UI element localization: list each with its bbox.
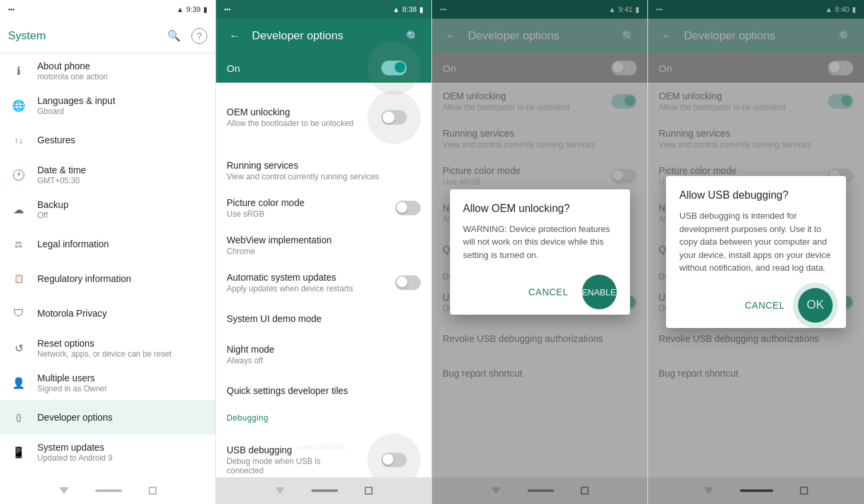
users-sub: Signed in as Owner xyxy=(37,384,205,393)
wifi-icon: ▲ xyxy=(177,5,184,13)
running-sub: View and control currently running servi… xyxy=(227,172,421,181)
qs-tiles-title: Quick settings developer tiles xyxy=(227,385,421,396)
updates-sub: Updated to Android 9 xyxy=(37,453,205,463)
appbar-title-system: System xyxy=(8,29,157,43)
on-toggle-middle[interactable] xyxy=(381,61,407,75)
home-nav-left[interactable] xyxy=(95,489,122,492)
datetime-sub: GMT+05:30 xyxy=(37,176,205,185)
sidebar-list: ℹ About phone motorola one action 🌐 Lang… xyxy=(0,53,215,477)
sidebar-item-privacy[interactable]: 🛡 Motorola Privacy xyxy=(0,296,215,331)
webview-item[interactable]: WebView implementation Chrome xyxy=(216,227,431,264)
sidebar-item-legal[interactable]: ⚖ Legal information xyxy=(0,227,215,261)
oem-dialog-actions: Cancel Enable xyxy=(463,272,617,309)
info-icon: ℹ xyxy=(11,63,27,79)
sidebar-item-gestures[interactable]: ↑↓ Gestures xyxy=(0,123,215,157)
sidebar-item-about[interactable]: ℹ About phone motorola one action xyxy=(0,53,215,88)
oem-enable-button[interactable]: Enable xyxy=(582,275,617,309)
oem-sub: Allow the bootloader to be unlocked xyxy=(227,119,359,128)
backup-title: Backup xyxy=(37,199,205,210)
languages-sub: Gboard xyxy=(37,107,205,116)
sidebar-item-reset[interactable]: ↺ Reset options Network, apps, or device… xyxy=(0,331,215,365)
usb-dialog-body: USB debugging is intended for developmen… xyxy=(679,209,833,275)
time-left: 9:39 xyxy=(187,5,201,13)
status-time-middle: ▲ 8:38 ▮ xyxy=(393,5,423,14)
usb-title: USB debugging xyxy=(227,445,359,455)
usb-dialog-panel: ▪▪▪ ▲ 8:40 ▮ ← Developer options 🔍 On OE… xyxy=(648,0,864,504)
picture-color-toggle[interactable] xyxy=(395,201,421,215)
usb-cancel-button[interactable]: Cancel xyxy=(737,288,793,323)
oem-toggle-thumb xyxy=(383,111,395,123)
sidebar-item-regulatory[interactable]: 📋 Regulatory information xyxy=(0,261,215,296)
backup-sub: Off xyxy=(37,211,205,220)
usb-sub: Debug mode when USB is connected xyxy=(227,457,359,475)
reset-title: Reset options xyxy=(37,338,205,349)
datetime-icon: 🕐 xyxy=(11,167,27,183)
users-title: Multiple users xyxy=(37,373,205,383)
notif-icons-middle: ▪▪▪ xyxy=(224,6,231,13)
reset-sub: Network, apps, or device can be reset xyxy=(37,349,205,359)
qs-tiles-item[interactable]: Quick settings developer tiles xyxy=(216,373,431,408)
about-sub: motorola one action xyxy=(37,72,205,81)
usb-toggle[interactable] xyxy=(381,453,407,467)
on-toggle-container xyxy=(367,41,421,95)
developer-title: Developer options xyxy=(37,412,205,423)
night-mode-title: Night mode xyxy=(227,344,421,355)
oem-unlocking-item[interactable]: OEM unlocking Allow the bootloader to be… xyxy=(216,83,431,152)
usb-debugging-item[interactable]: USB debugging Debug mode when USB is con… xyxy=(216,425,431,477)
home-nav-middle[interactable] xyxy=(311,489,338,492)
night-mode-item[interactable]: Night mode Always off xyxy=(216,336,431,373)
picture-color-item[interactable]: Picture color mode Use sRGB xyxy=(216,189,431,227)
updates-icon: 📱 xyxy=(11,444,27,460)
gestures-icon: ↑↓ xyxy=(11,132,27,148)
webview-title: WebView implementation xyxy=(227,235,421,245)
nav-bar-left xyxy=(0,477,215,504)
toggle-thumb-middle xyxy=(395,62,405,73)
regulatory-title: Regulatory information xyxy=(37,273,205,284)
toggle-ripple-middle xyxy=(367,41,421,95)
night-mode-sub: Always off xyxy=(227,356,421,365)
settings-list-middle: OEM unlocking Allow the bootloader to be… xyxy=(216,83,431,477)
sidebar-item-developer[interactable]: {} Developer options xyxy=(0,400,215,435)
running-services-item[interactable]: Running services View and control curren… xyxy=(216,152,431,189)
oem-dialog-overlay: Allow OEM unlocking? WARNING: Device pro… xyxy=(432,0,647,504)
oem-toggle[interactable] xyxy=(381,110,407,125)
status-time-left: ▲ 9:39 ▮ xyxy=(177,5,207,14)
back-nav-left[interactable] xyxy=(59,487,69,494)
wifi-icon-middle: ▲ xyxy=(393,5,400,13)
time-middle: 8:38 xyxy=(403,5,417,13)
ui-demo-item[interactable]: System UI demo mode xyxy=(216,301,431,336)
languages-title: Languages & input xyxy=(37,95,205,106)
oem-cancel-button[interactable]: Cancel xyxy=(521,275,577,309)
sidebar-item-users[interactable]: 👤 Multiple users Signed in as Owner xyxy=(0,365,215,400)
sidebar-item-languages[interactable]: 🌐 Languages & input Gboard xyxy=(0,88,215,123)
battery-icon-left: ▮ xyxy=(203,5,207,14)
system-settings-panel: ▪▪▪ ▲ 9:39 ▮ System 🔍 ? ℹ About phone mo… xyxy=(0,0,216,504)
sidebar-item-updates[interactable]: 📱 System updates Updated to Android 9 xyxy=(0,435,215,469)
debugging-section: Debugging xyxy=(216,408,431,425)
sidebar-item-datetime[interactable]: 🕐 Date & time GMT+05:30 xyxy=(0,157,215,192)
recents-nav-left[interactable] xyxy=(149,487,157,495)
regulatory-icon: 📋 xyxy=(11,271,27,287)
webview-sub: Chrome xyxy=(227,247,421,256)
oem-dialog-title: Allow OEM unlocking? xyxy=(463,203,617,215)
picture-color-title: Picture color mode xyxy=(227,197,387,208)
backup-icon: ☁ xyxy=(11,201,27,217)
auto-updates-item[interactable]: Automatic system updates Apply updates w… xyxy=(216,264,431,301)
battery-icon-middle: ▮ xyxy=(419,5,423,14)
auto-updates-toggle[interactable] xyxy=(395,275,421,290)
usb-dialog-actions: Cancel OK xyxy=(679,285,833,323)
ui-demo-title: System UI demo mode xyxy=(227,313,421,324)
legal-icon: ⚖ xyxy=(11,236,27,252)
running-title: Running services xyxy=(227,160,421,171)
appbar-title-developer: Developer options xyxy=(252,29,395,43)
back-button-dev[interactable]: ← xyxy=(224,25,245,47)
search-button-system[interactable]: 🔍 xyxy=(163,25,185,47)
usb-ok-button[interactable]: OK xyxy=(798,288,833,323)
recents-nav-middle[interactable] xyxy=(365,487,373,495)
oem-dialog-body: WARNING: Device protection features will… xyxy=(463,223,617,262)
sidebar-item-backup[interactable]: ☁ Backup Off xyxy=(0,192,215,227)
oem-dialog-panel: ▪▪▪ ▲ 9:41 ▮ ← Developer options 🔍 On OE… xyxy=(432,0,648,504)
notification-icon-1: ▪▪▪ xyxy=(8,6,15,13)
help-button-system[interactable]: ? xyxy=(191,28,207,44)
back-nav-middle[interactable] xyxy=(275,487,285,494)
